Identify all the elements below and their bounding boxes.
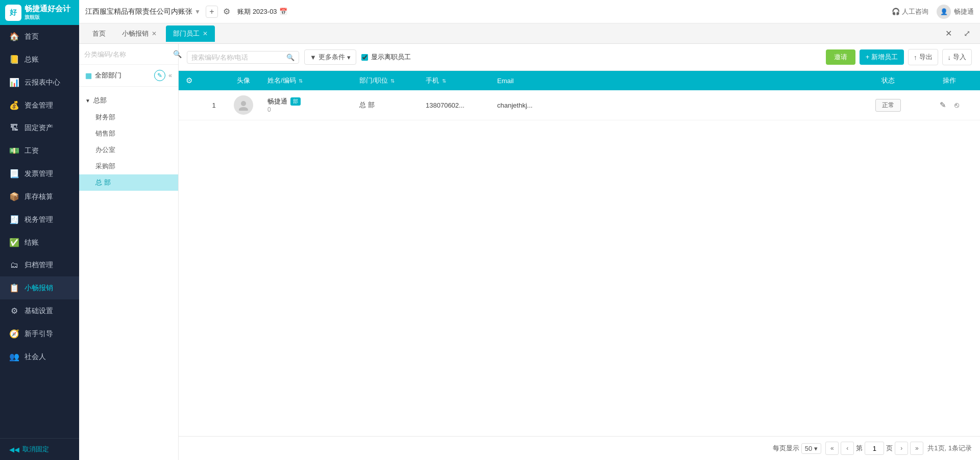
th-dept[interactable]: 部门/职位 ⇅ [352,71,419,90]
sidebar-item-tax[interactable]: 🧾 税务管理 [0,208,79,231]
sidebar-item-more[interactable]: 👥 社会人 [0,345,79,368]
import-button[interactable]: ↓ 导入 [942,49,972,65]
company-settings-icon[interactable]: ⚙ [223,7,230,16]
company-name[interactable]: 江西服宝精品有限责任公司内账张 ▼ [85,7,201,16]
employee-search-input[interactable] [191,54,283,61]
page-total: 共1页, 1条记录 [927,444,972,453]
sidebar: 好 畅捷通好会计 旗舰版 🏠 首页 📒 总账 📊 云报表中心 💰 资金管理 🏗 … [0,0,79,460]
row-gear [179,90,201,120]
sidebar-item-home[interactable]: 🏠 首页 [0,25,79,48]
dept-edit-button[interactable]: ✎ [154,70,165,81]
dept-purchase[interactable]: 采购部 [79,158,178,174]
sidebar-item-reports[interactable]: 📊 云报表中心 [0,71,79,94]
sidebar-label-inventory: 库存核算 [24,192,53,201]
tab-xiaochang-expense[interactable]: 小畅报销 ✕ [115,25,164,42]
user-menu[interactable]: 👤 畅捷通 [937,5,974,19]
sidebar-item-general-ledger[interactable]: 📒 总账 [0,48,79,71]
export-icon: ↑ [914,54,917,61]
sidebar-label-more: 社会人 [24,352,46,362]
last-page-button[interactable]: » [910,442,923,455]
row-num-value: 1 [212,101,215,109]
prev-page-button[interactable]: ‹ [841,442,854,455]
dept-general[interactable]: 总 部 [79,174,178,191]
dept-finance-label: 财务部 [95,113,115,121]
first-page-button[interactable]: « [825,442,839,455]
employee-search-icon[interactable]: 🔍 [286,54,295,61]
add-company-button[interactable]: + [206,6,218,18]
funds-icon: 💰 [9,100,19,110]
th-name[interactable]: 姓名/编码 ⇅ [260,71,352,90]
employee-avatar [234,95,253,115]
add-employee-button[interactable]: + 新增员工 [860,49,904,65]
sidebar-item-checkout[interactable]: ✅ 结账 [0,231,79,254]
sidebar-scroll: 🏠 首页 📒 总账 📊 云报表中心 💰 资金管理 🏗 固定资产 💵 工资 📃 发… [0,25,79,438]
cancel-pin-button[interactable]: ◀◀ 取消固定 [0,438,79,460]
dept-collapse-icon[interactable]: « [168,72,172,79]
employee-phone: 138070602... [426,101,464,109]
sidebar-item-payroll[interactable]: 💵 工资 [0,139,79,162]
dept-office-label: 办公室 [95,146,115,154]
employee-data-table: ⚙ 头像 姓名/编码 ⇅ 部门/职位 [179,71,980,120]
tax-icon: 🧾 [9,215,19,224]
support-button[interactable]: 🎧 人工咨询 [892,7,928,16]
page-size-select: 每页显示 50 ▾ [773,443,821,454]
export-button[interactable]: ↑ 导出 [908,49,938,65]
period-value: 2023-03 [253,8,277,15]
sidebar-label-payroll: 工资 [24,146,39,156]
delete-employee-button[interactable]: ⎋ [951,99,962,110]
invite-button[interactable]: 邀请 [826,49,855,65]
import-icon: ↓ [948,54,951,61]
dept-group-headquarters: ▼ 总部 财务部 销售部 办公室 采购部 [79,90,178,193]
show-resigned-checkbox[interactable] [361,54,368,61]
sidebar-item-settings[interactable]: ⚙ 基础设置 [0,299,79,322]
export-label: 导出 [919,53,933,62]
sidebar-item-invoice[interactable]: 📃 发票管理 [0,162,79,185]
row-email-cell: chanjethkj... [490,90,857,120]
dept-headquarters[interactable]: ▼ 总部 [79,92,178,109]
tabbar: 首页 小畅报销 ✕ 部门员工 ✕ ✕ ⤢ [79,23,980,44]
sidebar-item-guide[interactable]: 🧭 新手引导 [0,322,79,345]
filter-button[interactable]: ▼ 更多条件 ▾ [304,49,356,65]
tab-home[interactable]: 首页 [85,25,113,42]
sidebar-item-fixed-assets[interactable]: 🏗 固定资产 [0,117,79,139]
calendar-icon[interactable]: 📅 [279,8,287,15]
dept-sales[interactable]: 销售部 [79,125,178,142]
pin-icon: ◀◀ [9,446,19,453]
edit-employee-button[interactable]: ✎ [937,99,949,110]
dept-finance[interactable]: 财务部 [79,109,178,125]
page-number-input[interactable] [865,442,884,455]
tab-close-button[interactable]: ✕ [941,27,955,41]
svg-point-1 [239,107,248,111]
table-row: 1 [179,90,980,120]
dept-search-input[interactable] [84,50,170,58]
sidebar-item-inventory[interactable]: 📦 库存核算 [0,185,79,208]
tab-dept-close[interactable]: ✕ [203,30,208,37]
th-phone[interactable]: 手机 ⇅ [419,71,490,90]
row-name-cell: 畅捷通 部 0 [260,90,352,120]
sidebar-item-funds[interactable]: 💰 资金管理 [0,94,79,117]
sidebar-label-settings: 基础设置 [24,306,53,316]
guide-icon: 🧭 [9,329,19,339]
sidebar-item-xiaochang[interactable]: 📋 小畅报销 [0,276,79,299]
tab-xiaochang-close[interactable]: ✕ [152,30,157,37]
dept-office[interactable]: 办公室 [79,142,178,158]
th-email: Email [490,71,857,90]
reports-icon: 📊 [9,78,19,87]
logo-subtitle: 旗舰版 [24,14,70,21]
tab-dept-employee[interactable]: 部门员工 ✕ [166,25,215,42]
table-settings-icon[interactable]: ⚙ [186,76,192,85]
th-status-label: 状态 [881,76,895,84]
dept-all-label[interactable]: 全部部门 [95,71,151,80]
per-page-label: 每页显示 [773,444,799,453]
show-resigned-toggle[interactable]: 显示离职员工 [361,53,411,62]
sidebar-item-archive[interactable]: 🗂 归档管理 [0,254,79,276]
sidebar-label-invoice: 发票管理 [24,169,53,178]
next-page-button[interactable]: › [895,442,908,455]
page-size-dropdown[interactable]: 50 ▾ [801,443,821,454]
logo-icon: 好 [5,5,21,21]
dept-headquarters-label: 总部 [93,96,107,105]
sidebar-label-reports: 云报表中心 [24,78,60,87]
employee-email: chanjethkj... [497,101,532,109]
tabbar-right: ✕ ⤢ [941,27,974,41]
tab-maximize-button[interactable]: ⤢ [960,27,974,41]
